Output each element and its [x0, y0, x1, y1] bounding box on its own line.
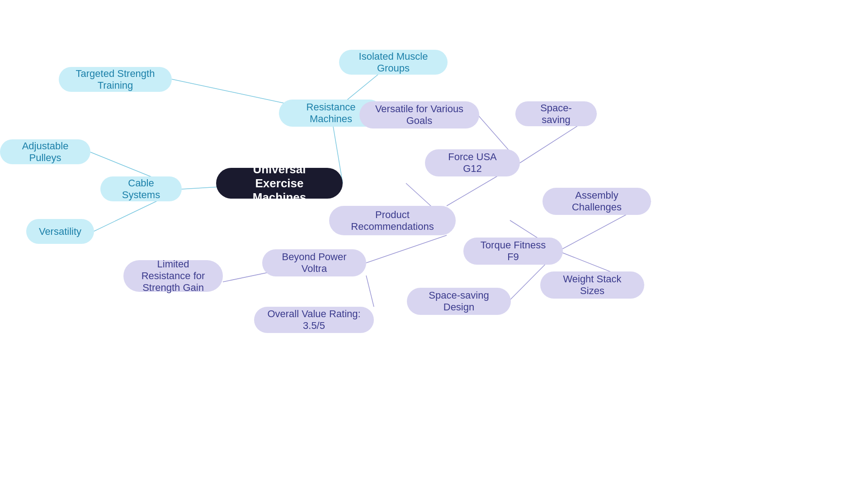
cable-systems-node: Cable Systems — [100, 176, 182, 201]
svg-line-16 — [366, 276, 374, 307]
targeted-strength-node: Targeted Strength Training — [59, 67, 172, 92]
isolated-muscle-node: Isolated Muscle Groups — [339, 50, 448, 75]
space-saving-design-node: Space-saving Design — [407, 288, 511, 315]
torque-fitness-node: Torque Fitness F9 — [463, 238, 563, 265]
versatility-node: Versatility — [26, 219, 94, 244]
adjustable-pulleys-node: Adjustable Pulleys — [0, 139, 90, 164]
assembly-challenges-node: Assembly Challenges — [542, 188, 651, 215]
beyond-power-node: Beyond Power Voltra — [262, 249, 366, 276]
product-recommendations-node: Product Recommendations — [329, 206, 456, 235]
versatile-goals-node: Versatile for Various Goals — [359, 101, 479, 128]
overall-value-node: Overall Value Rating: 3.5/5 — [254, 307, 374, 333]
limited-resistance-node: Limited Resistance for Strength Gain — [123, 260, 223, 292]
force-usa-node: Force USA G12 — [425, 149, 520, 176]
space-saving-node: Space-saving — [515, 101, 597, 126]
svg-line-14 — [366, 235, 447, 263]
center-node: Universal Exercise Machines — [216, 168, 343, 199]
weight-stack-node: Weight Stack Sizes — [540, 271, 644, 299]
